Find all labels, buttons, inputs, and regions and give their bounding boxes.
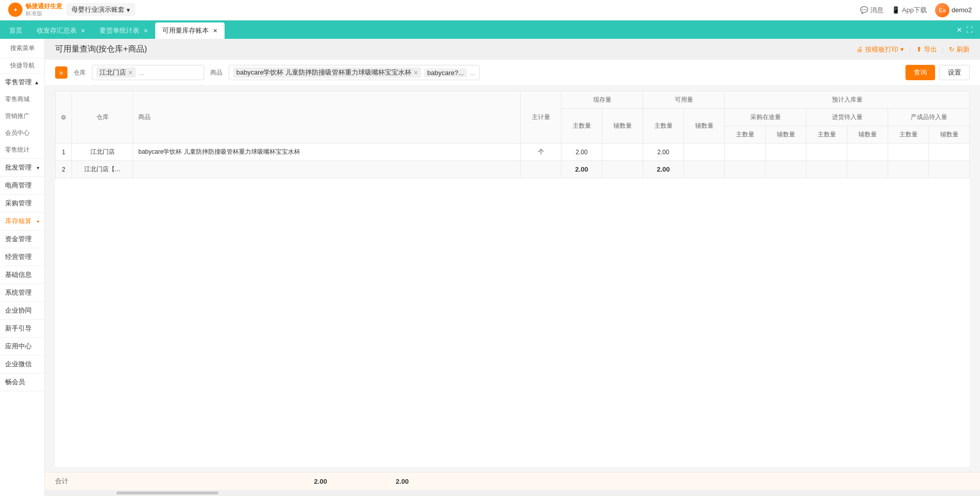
sidebar-section-app-center[interactable]: 应用中心 [0, 338, 44, 355]
tab-demand-stats[interactable]: 要货单统计表 ✕ [92, 22, 155, 39]
user-area[interactable]: Ea demo2 [935, 3, 972, 17]
th-production-pending: 产成品待入量 [888, 109, 970, 126]
tab-receive-summary[interactable]: 收发存汇总表 ✕ [30, 22, 92, 39]
sidebar-item-marketing[interactable]: 营销推广 [0, 108, 44, 125]
sidebar-section-system[interactable]: 系统管理 [0, 284, 44, 301]
footer-bar: 合计 2.00 2.00 [45, 472, 980, 490]
sidebar-item-retail-shop[interactable]: 零售商城 [0, 91, 44, 108]
warehouse-tag: 江北门店 ✕ [96, 67, 136, 78]
tab-receive-summary-label: 收发存汇总表 [37, 26, 77, 35]
window-close-icon[interactable]: ✕ [957, 26, 962, 34]
template-print-btn[interactable]: 🖨 按模板打印 ▾ [856, 45, 904, 54]
sidebar-retail-label: 零售管理 [5, 78, 32, 87]
export-icon: ⬆ [916, 45, 922, 53]
industry-selector[interactable]: 母婴行业演示账套 ▾ [66, 3, 135, 16]
sidebar-group-vip: 畅会员 [0, 373, 44, 391]
app-download-btn[interactable]: 📱 App下载 [892, 6, 927, 15]
cell-pp-aux-2 [847, 161, 888, 178]
tab-bar: 首页 收发存汇总表 ✕ 要货单统计表 ✕ 可用量库存账本 ✕ ✕ ⛶ [0, 20, 980, 39]
tab-demand-stats-close[interactable]: ✕ [143, 28, 148, 34]
message-label: 消息 [870, 6, 884, 15]
chevron-down-icon-wholesale: ▾ [37, 165, 39, 171]
sidebar-enterprise-collab-label: 企业协同 [5, 306, 32, 315]
settings-btn[interactable]: 设置 [939, 65, 970, 80]
action-divider-2: | [942, 45, 944, 53]
phone-icon: 📱 [892, 6, 900, 14]
logo-icon: ✦ [8, 3, 22, 17]
sidebar-item-retail-stats[interactable]: 零售统计 [0, 141, 44, 158]
sidebar-section-new-guide[interactable]: 新手引导 [0, 320, 44, 337]
app-download-label: App下载 [902, 6, 927, 15]
message-btn[interactable]: 💬 消息 [860, 6, 884, 15]
sidebar-section-vip[interactable]: 畅会员 [0, 373, 44, 391]
sidebar-section-basic[interactable]: 基础信息 [0, 266, 44, 284]
chevron-down-icon-inventory: ▾ [37, 219, 39, 224]
sidebar-wholesale-label: 批发管理 [5, 163, 32, 172]
page-header: 可用量查询(按仓库+商品) 🖨 按模板打印 ▾ | ⬆ 导出 | ↻ 刷新 [45, 39, 980, 60]
product-tag-2: babycare?... [424, 68, 467, 77]
sidebar-quick-nav[interactable]: 快捷导航 [0, 58, 44, 74]
table-row: 2 江北门店【... 2.00 2.00 [56, 161, 970, 178]
product-filter-label: 商品 [210, 68, 223, 77]
tab-available-ledger-label: 可用量库存账本 [162, 26, 209, 35]
th-planned-inbound: 预计入库量 [725, 91, 970, 109]
th-product: 商品 [133, 91, 521, 144]
sidebar-section-inventory[interactable]: 库存核算 ▾ [0, 212, 44, 230]
sidebar-group-enterprise-wechat: 企业微信 [0, 356, 44, 373]
sidebar-system-label: 系统管理 [5, 288, 32, 297]
content-area: 可用量查询(按仓库+商品) 🖨 按模板打印 ▾ | ⬆ 导出 | ↻ 刷新 [45, 39, 980, 496]
tab-receive-summary-close[interactable]: ✕ [81, 28, 85, 34]
sidebar-section-finance[interactable]: 资金管理 [0, 230, 44, 248]
product-input-area[interactable]: babycare学饮杯 儿童防摔防撞吸管杯重力球吸嘴杯宝宝水杯 ✕ babyca… [229, 65, 480, 80]
tab-home[interactable]: 首页 [2, 22, 30, 39]
query-btn[interactable]: 查询 [905, 65, 935, 80]
sidebar-search[interactable]: 搜索菜单 [0, 39, 44, 58]
tab-available-ledger-close[interactable]: ✕ [213, 28, 217, 34]
product-more[interactable]: ... [470, 69, 476, 77]
cell-product-2 [133, 161, 521, 178]
filter-bar: » 仓库 江北门店 ✕ ... 商品 babycare学饮杯 儿童防摔防撞吸管杯… [45, 60, 980, 86]
refresh-label: 刷新 [957, 45, 970, 54]
tab-available-ledger[interactable]: 可用量库存账本 ✕ [155, 22, 225, 39]
cell-product-1: babycare学饮杯 儿童防摔防撞吸管杯重力球吸嘴杯宝宝水杯 [133, 144, 521, 161]
product-tag-1-close[interactable]: ✕ [413, 69, 418, 76]
product-tag-1: babycare学饮杯 儿童防摔防撞吸管杯重力球吸嘴杯宝宝水杯 ✕ [233, 67, 421, 78]
th-current-aux: 辅数量 [602, 109, 643, 144]
sidebar-item-membership[interactable]: 会员中心 [0, 125, 44, 141]
warehouse-input-area[interactable]: 江北门店 ✕ ... [92, 65, 204, 80]
cell-pt-aux-2 [766, 161, 806, 178]
cell-unit-2 [521, 161, 561, 178]
sidebar-section-enterprise-collab[interactable]: 企业协同 [0, 302, 44, 319]
footer-total-label: 合计 [55, 477, 116, 486]
tab-window-actions: ✕ ⛶ [951, 20, 978, 39]
sidebar-section-operations[interactable]: 经营管理 [0, 248, 44, 266]
logo-text: 畅捷通好生意 [26, 3, 62, 10]
sidebar-section-wholesale[interactable]: 批发管理 ▾ [0, 159, 44, 176]
sidebar-group-finance: 资金管理 [0, 230, 44, 248]
th-prod-main: 主数量 [888, 126, 929, 144]
th-settings: ⚙ [56, 91, 72, 144]
window-maximize-icon[interactable]: ⛶ [966, 26, 973, 34]
sidebar-section-purchase[interactable]: 采购管理 [0, 195, 44, 212]
th-prod-aux: 辅数量 [929, 126, 970, 144]
industry-label: 母婴行业演示账套 [71, 5, 125, 14]
table-header-row-1: ⚙ 仓库 商品 主计量 现存量 可用量 预计入库量 [56, 91, 970, 109]
horizontal-scrollbar[interactable] [116, 491, 218, 494]
filter-expand-btn[interactable]: » [55, 66, 67, 79]
filter-actions: 查询 设置 [905, 65, 970, 80]
sidebar-group-wholesale: 批发管理 ▾ [0, 159, 44, 177]
export-btn[interactable]: ⬆ 导出 [916, 45, 937, 54]
th-pt-main: 主数量 [725, 126, 766, 144]
main-layout: 搜索菜单 快捷导航 零售管理 ▲ 零售商城 营销推广 会员中心 零售统计 批发管… [0, 39, 980, 496]
sidebar-section-enterprise-wechat[interactable]: 企业微信 [0, 356, 44, 373]
tab-demand-stats-label: 要货单统计表 [100, 26, 139, 35]
warehouse-tag-close[interactable]: ✕ [128, 69, 133, 76]
refresh-btn[interactable]: ↻ 刷新 [949, 45, 970, 54]
sidebar-section-ecommerce[interactable]: 电商管理 [0, 177, 44, 194]
sidebar-section-retail[interactable]: 零售管理 ▲ [0, 74, 44, 91]
warehouse-more[interactable]: ... [139, 69, 144, 77]
product-tag-1-text: babycare学饮杯 儿童防摔防撞吸管杯重力球吸嘴杯宝宝水杯 [236, 68, 411, 77]
cell-available-aux-1 [684, 144, 725, 161]
avatar: Ea [935, 3, 949, 17]
sidebar-app-center-label: 应用中心 [5, 342, 32, 351]
